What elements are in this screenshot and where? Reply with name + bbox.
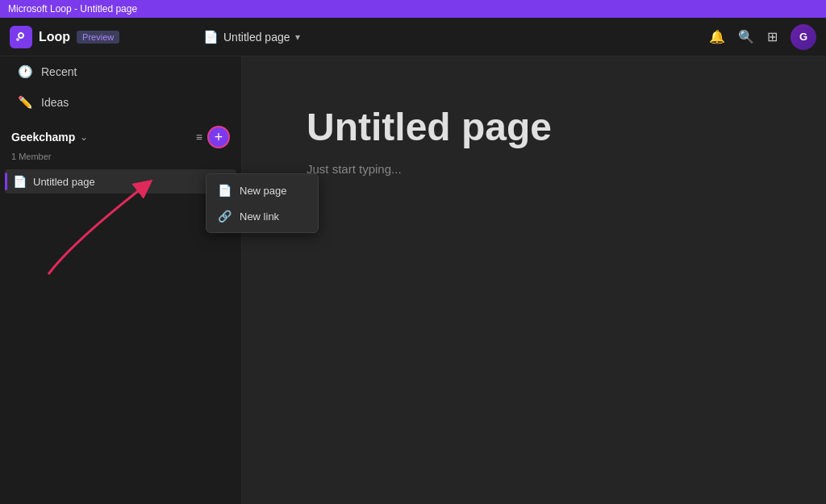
preview-badge: Preview xyxy=(77,31,119,44)
page-file-icon: 📄 xyxy=(13,175,27,188)
new-page-icon: 📄 xyxy=(218,184,232,197)
sidebar: 🕐 Recent ✏️ Ideas Geekchamp ⌄ ≡ + 1 Memb… xyxy=(0,56,242,504)
body: 🕐 Recent ✏️ Ideas Geekchamp ⌄ ≡ + 1 Memb… xyxy=(0,56,826,504)
title-bar-text: Microsoft Loop - Untitled page xyxy=(8,3,137,15)
title-bar: Microsoft Loop - Untitled page xyxy=(0,0,826,18)
dropdown-item-new-page-label: New page xyxy=(240,185,287,197)
top-nav: Loop Preview 📄 Untitled page ▾ 🔔 🔍 ⊞ G xyxy=(0,18,826,56)
dropdown-item-new-link-label: New link xyxy=(240,210,279,223)
dropdown-item-new-page[interactable]: 📄 New page xyxy=(206,177,318,203)
nav-icons: 🔔 🔍 ⊞ G xyxy=(709,24,816,50)
sidebar-item-recent-label: Recent xyxy=(41,65,77,78)
bell-icon[interactable]: 🔔 xyxy=(709,29,725,44)
sidebar-item-ideas[interactable]: ✏️ Ideas xyxy=(5,89,236,116)
app-container: Loop Preview 📄 Untitled page ▾ 🔔 🔍 ⊞ G 🕐… xyxy=(0,18,826,504)
search-icon[interactable]: 🔍 xyxy=(738,29,754,44)
workspace-header: Geekchamp ⌄ ≡ + xyxy=(0,118,241,152)
workspace-actions: ≡ + xyxy=(196,126,230,148)
page-placeholder[interactable]: Just start typing... xyxy=(307,162,402,176)
dropdown-menu: 📄 New page 🔗 New link xyxy=(206,173,319,233)
dropdown-item-new-link[interactable]: 🔗 New link xyxy=(206,203,318,229)
ideas-icon: ✏️ xyxy=(18,95,33,110)
page-main-title: Untitled page xyxy=(307,105,552,149)
workspace-name: Geekchamp xyxy=(11,131,75,144)
logo-text: Loop xyxy=(39,30,70,44)
active-page-item[interactable]: 📄 Untitled page xyxy=(5,169,236,194)
new-link-icon: 🔗 xyxy=(218,210,232,223)
recent-icon: 🕐 xyxy=(18,65,33,79)
sidebar-item-ideas-label: Ideas xyxy=(41,96,69,109)
loop-logo-icon xyxy=(10,26,32,48)
page-icon: 📄 xyxy=(203,30,219,44)
center-header: 📄 Untitled page ▾ xyxy=(171,30,709,44)
member-count: 1 Member xyxy=(0,152,241,168)
hamburger-icon[interactable]: ≡ xyxy=(196,131,202,144)
page-title-nav: Untitled page xyxy=(223,31,290,44)
avatar[interactable]: G xyxy=(791,24,816,50)
sidebar-item-recent[interactable]: 🕐 Recent xyxy=(5,58,236,85)
logo-area: Loop Preview xyxy=(10,26,171,48)
workspace-chevron-icon[interactable]: ⌄ xyxy=(80,131,88,143)
page-title-chevron-icon[interactable]: ▾ xyxy=(295,31,300,43)
grid-icon[interactable]: ⊞ xyxy=(767,29,778,44)
add-button[interactable]: + xyxy=(207,126,230,148)
main-content: Untitled page Just start typing... xyxy=(242,56,826,504)
active-page-name: Untitled page xyxy=(33,176,228,188)
